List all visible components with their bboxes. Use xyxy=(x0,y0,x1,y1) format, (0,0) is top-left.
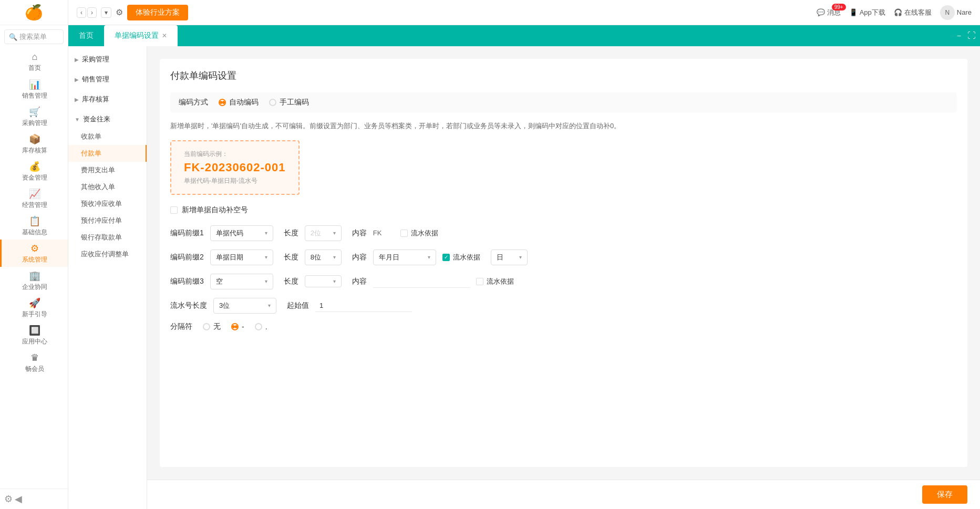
prefix3-select[interactable]: 空 ▾ xyxy=(210,274,273,289)
nav-forward-btn[interactable]: › xyxy=(87,7,97,18)
submenu-item-receipt[interactable]: 收款单 xyxy=(68,128,147,145)
trial-btn[interactable]: 体验行业方案 xyxy=(127,5,188,20)
message-item[interactable]: 💬 消息 99+ xyxy=(817,8,841,17)
tab-serial-setting-label: 单据编码设置 xyxy=(115,31,159,40)
tab-close-icon[interactable]: ✕ xyxy=(162,32,167,39)
submenu-item-ap-adjust-label: 应收应付调整单 xyxy=(81,250,129,258)
prefix3-row: 编码前缀3 空 ▾ 长度 ▾ 内容 流水依据 xyxy=(170,274,957,289)
prefix1-content-label: 内容 xyxy=(352,228,367,238)
prefix2-cycle-select[interactable]: 日 ▾ xyxy=(491,250,528,265)
prefix3-arrow-icon: ▾ xyxy=(265,278,267,284)
prefix2-length-select[interactable]: 8位 ▾ xyxy=(305,250,342,265)
auto-fill-checkbox[interactable] xyxy=(170,206,178,214)
tab-minimize-btn[interactable]: － xyxy=(955,30,963,41)
prefix3-stream-checkbox[interactable] xyxy=(476,278,483,285)
sidebar-item-purchase-label: 采购管理 xyxy=(22,119,47,128)
prefix3-stream-label: 流水依据 xyxy=(487,277,514,286)
nav-down-btn[interactable]: ▾ xyxy=(101,7,111,18)
sidebar-item-operations[interactable]: 📈 经营管理 xyxy=(0,185,68,212)
header-right: 💬 消息 99+ 📱 App下载 🎧 在线客服 N Nare xyxy=(817,5,972,20)
submenu-item-ap-adjust[interactable]: 应收应付调整单 xyxy=(68,246,147,263)
sidebar-item-purchase[interactable]: 🛒 采购管理 xyxy=(0,103,68,130)
tab-serial-setting[interactable]: 单据编码设置 ✕ xyxy=(104,25,178,46)
prefix1-length-label: 长度 xyxy=(284,228,298,238)
prefix1-stream-checkbox[interactable] xyxy=(400,230,408,237)
separator-dot-radio[interactable] xyxy=(255,323,262,330)
sidebar-item-home[interactable]: ⌂ 首页 xyxy=(0,48,68,76)
prefix1-content-value: FK xyxy=(373,229,394,237)
auto-coding-option[interactable]: 自动编码 xyxy=(219,98,259,107)
manual-coding-option[interactable]: 手工编码 xyxy=(269,98,309,107)
user-item[interactable]: N Nare xyxy=(940,5,972,20)
sidebar-nav: ⌂ 首页 📊 销售管理 🛒 采购管理 📦 库存核算 💰 资金管理 📈 经营管理 … xyxy=(0,48,68,489)
sidebar-item-enterprise[interactable]: 🏢 企业协同 xyxy=(0,267,68,294)
app-download-label: App下载 xyxy=(860,8,885,17)
submenu-group-inventory-title[interactable]: ▶ 库存核算 xyxy=(68,90,147,108)
tab-expand-btn[interactable]: ⛶ xyxy=(967,31,976,40)
submenu-item-prepay-receipt[interactable]: 预收冲应收单 xyxy=(68,195,147,212)
submenu-item-payment[interactable]: 付款单 xyxy=(68,145,147,162)
separator-none-option[interactable]: 无 xyxy=(203,322,221,331)
submenu-group-purchase-title[interactable]: ▶ 采购管理 xyxy=(68,50,147,68)
sidebar-search-area: 🔍 搜索菜单 xyxy=(0,25,68,48)
sidebar-item-guide[interactable]: 🚀 新手引导 xyxy=(0,294,68,321)
separator-dot-option[interactable]: . xyxy=(255,323,267,331)
sidebar-item-basic[interactable]: 📋 基础信息 xyxy=(0,212,68,240)
sidebar-settings-btn[interactable]: ⚙ xyxy=(4,493,13,505)
submenu-item-expense[interactable]: 费用支出单 xyxy=(68,162,147,179)
start-value-input[interactable] xyxy=(315,299,412,312)
online-service-item[interactable]: 🎧 在线客服 xyxy=(894,8,932,17)
separator-none-label: 无 xyxy=(213,322,221,331)
sidebar-logo-icon: 🍊 xyxy=(25,4,43,21)
separator-none-radio[interactable] xyxy=(203,323,210,330)
sidebar-item-sales-label: 销售管理 xyxy=(22,91,47,100)
submenu-group-sales-title[interactable]: ▶ 销售管理 xyxy=(68,70,147,88)
sidebar-collapse-btn[interactable]: ◀ xyxy=(15,493,22,505)
tab-home[interactable]: 首页 xyxy=(68,25,104,46)
submenu-group-capital-title[interactable]: ▼ 资金往来 xyxy=(68,110,147,128)
sidebar-item-inventory[interactable]: 📦 库存核算 xyxy=(0,130,68,158)
app-download-icon: 📱 xyxy=(849,8,858,16)
prefix2-label: 编码前缀2 xyxy=(170,253,204,262)
prefix3-length-select[interactable]: ▾ xyxy=(305,275,342,287)
serial-length-select[interactable]: 3位 ▾ xyxy=(213,298,276,314)
prefix1-stream-label: 流水依据 xyxy=(411,228,438,238)
code-preview-label: 当前编码示例： xyxy=(184,150,286,159)
header-controls: ‹ › ▾ ⚙ 体验行业方案 xyxy=(77,5,817,20)
sidebar-item-member[interactable]: ♛ 畅会员 xyxy=(0,349,68,376)
sidebar-item-finance[interactable]: 💰 资金管理 xyxy=(0,158,68,185)
auto-coding-radio[interactable] xyxy=(219,99,226,106)
prefix1-length-select[interactable]: 2位 ▾ xyxy=(305,225,342,241)
settings-icon[interactable]: ⚙ xyxy=(116,7,123,17)
prefix2-stream-checkbox[interactable]: ✓ xyxy=(442,254,450,261)
prefix2-select[interactable]: 单据日期 ▾ xyxy=(210,250,273,265)
prefix2-content-select[interactable]: 年月日 ▾ xyxy=(373,250,436,265)
sidebar-item-sales[interactable]: 📊 销售管理 xyxy=(0,76,68,103)
submenu-item-prepay-payment[interactable]: 预付冲应付单 xyxy=(68,212,147,229)
home-icon: ⌂ xyxy=(32,51,38,63)
nav-back-btn[interactable]: ‹ xyxy=(77,7,86,18)
sidebar: 🍊 🔍 搜索菜单 ⌂ 首页 📊 销售管理 🛒 采购管理 📦 库存核算 💰 资金管… xyxy=(0,0,68,509)
save-btn[interactable]: 保存 xyxy=(922,485,967,504)
sidebar-item-operations-label: 经营管理 xyxy=(22,201,47,210)
serial-length-label: 流水号长度 xyxy=(170,301,207,310)
prefix3-content-input[interactable] xyxy=(373,275,470,288)
manual-coding-radio[interactable] xyxy=(269,99,276,106)
purchase-icon: 🛒 xyxy=(29,106,40,118)
avatar: N xyxy=(940,5,955,20)
separator-dash-radio[interactable] xyxy=(231,323,239,330)
prefix1-row: 编码前缀1 单据代码 ▾ 长度 2位 ▾ 内容 FK 流水依据 xyxy=(170,225,957,241)
submenu-group-sales-label: 销售管理 xyxy=(82,75,109,84)
prefix1-select[interactable]: 单据代码 ▾ xyxy=(210,225,273,241)
app-download-item[interactable]: 📱 App下载 xyxy=(849,8,885,17)
search-icon: 🔍 xyxy=(9,33,17,41)
prefix2-content-label: 内容 xyxy=(352,253,367,262)
separator-dash-option[interactable]: - xyxy=(231,323,244,331)
sidebar-item-apps[interactable]: 🔲 应用中心 xyxy=(0,321,68,349)
submenu-item-receipt-label: 收款单 xyxy=(81,132,101,140)
sidebar-item-system[interactable]: ⚙ 系统管理 xyxy=(0,240,68,267)
sidebar-search-btn[interactable]: 🔍 搜索菜单 xyxy=(4,29,64,44)
submenu-item-other-income[interactable]: 其他收入单 xyxy=(68,179,147,195)
submenu-item-bank-deposit[interactable]: 银行存取款单 xyxy=(68,229,147,246)
sidebar-item-enterprise-label: 企业协同 xyxy=(22,283,47,292)
